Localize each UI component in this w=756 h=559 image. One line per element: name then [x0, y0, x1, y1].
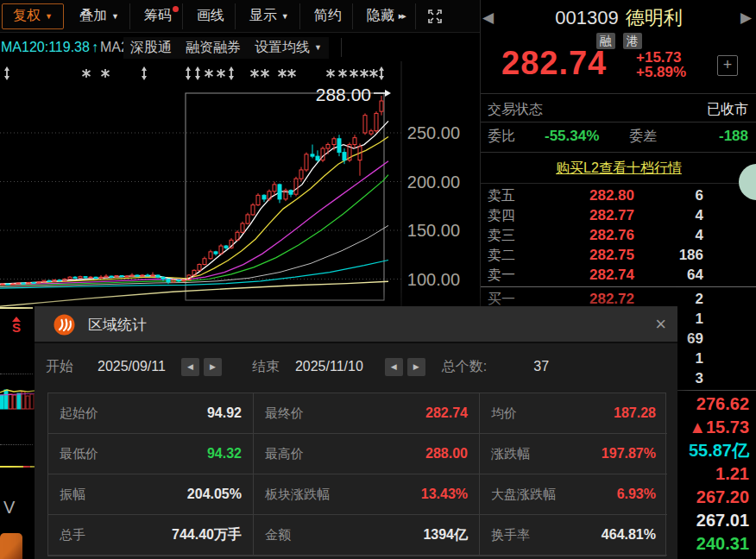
candle-body: [332, 139, 336, 145]
toolbar-button-4[interactable]: 画线: [186, 3, 236, 29]
candle-body: [241, 223, 244, 232]
start-date-next-button[interactable]: ▶: [204, 358, 222, 376]
close-icon[interactable]: ×: [655, 306, 666, 342]
weibi-value: -55.34%: [545, 122, 599, 150]
link-shenzhen-connect[interactable]: 深股通: [123, 37, 179, 59]
candle-body: [161, 277, 165, 279]
ask-row-3[interactable]: 卖三282.764: [481, 225, 756, 245]
volume-bar: [26, 396, 29, 409]
add-to-watchlist-button[interactable]: +: [717, 55, 738, 76]
commission-ratio-row: 委比 -55.34% 委差 -188: [481, 122, 756, 150]
ask-row-4[interactable]: 卖四282.774: [481, 205, 756, 225]
stat-cell: 均价187.28: [480, 393, 667, 434]
toolbar-button-7[interactable]: 隐藏▸▸: [356, 3, 416, 29]
event-arrow-icon[interactable]: [195, 76, 200, 80]
order-price: 282.80: [589, 185, 634, 205]
start-date-value: 2025/09/11: [98, 359, 166, 374]
stat-label: 最高价: [265, 446, 304, 462]
candle-body: [273, 185, 276, 192]
stat-label: 最终价: [265, 405, 304, 422]
candle-body: [73, 277, 77, 278]
event-arrow-icon[interactable]: [195, 66, 200, 71]
ma-settings-dropdown[interactable]: 设置均线 ▼: [248, 37, 329, 59]
ma-line-ma60: [0, 225, 388, 286]
toolbar-button-6[interactable]: 简约: [304, 3, 353, 29]
order-level-label: 卖二: [488, 245, 536, 265]
kline-chart-canvas[interactable]: 250.00200.00150.00100.00288.00: [0, 61, 480, 307]
notification-dot-icon: [173, 6, 179, 12]
toolbar-button-label: 隐藏: [367, 7, 394, 25]
toolbar-button-5[interactable]: 显示▼: [239, 3, 300, 29]
candle-body: [316, 156, 319, 160]
annotation-arrow-icon: [385, 90, 391, 97]
end-date-next-button[interactable]: ▶: [407, 358, 425, 376]
candle-body: [125, 276, 129, 277]
candle-body: [11, 284, 15, 285]
ma-line-ma10: [0, 137, 388, 285]
weibi-label: 委比: [488, 122, 515, 150]
order-volume: 4: [696, 205, 703, 225]
candle-body: [47, 280, 51, 281]
toolbar-button-3[interactable]: 筹码: [134, 3, 183, 29]
event-arrow-icon[interactable]: [4, 76, 9, 80]
event-arrow-icon[interactable]: [229, 76, 234, 80]
toolbar-button-1[interactable]: 复权▼: [2, 3, 64, 29]
event-arrow-icon[interactable]: [186, 76, 191, 80]
stat-value: 744.40万手: [172, 526, 242, 544]
stat-label: 大盘涨跌幅: [491, 487, 556, 503]
event-arrow-icon[interactable]: [142, 76, 147, 80]
event-arrow-icon[interactable]: [379, 76, 384, 80]
volume-bar: [9, 394, 12, 409]
event-arrow-icon[interactable]: [4, 66, 9, 71]
candle-body: [224, 246, 228, 248]
fullscreen-expand-icon[interactable]: [425, 6, 445, 27]
chevron-down-icon: ▼: [111, 12, 119, 21]
candle-body: [262, 195, 266, 199]
order-volume: 1: [696, 349, 703, 368]
ask-row-2[interactable]: 卖二282.75186: [481, 245, 756, 265]
stock-title: 001309德明利: [481, 5, 756, 31]
order-volume: 2: [696, 289, 703, 309]
statistics-table: 起始价94.92最终价282.74均价187.28最低价94.32最高价288.…: [47, 393, 666, 556]
region-statistics-dialog: 区域统计 × 开始 2025/09/11 ◀ ▶ 结束 2025/11/10 ◀…: [35, 306, 677, 559]
candle-body: [68, 277, 72, 279]
ask-row-1[interactable]: 卖一282.7464: [481, 265, 756, 285]
region-selection-rect[interactable]: [186, 93, 384, 300]
next-stock-button[interactable]: ▶: [740, 9, 752, 27]
stat-cell: 最终价282.74: [254, 393, 480, 434]
candle-body: [58, 280, 61, 281]
gridline: [0, 374, 33, 374]
event-arrow-icon[interactable]: [142, 66, 147, 71]
candle-body: [256, 195, 260, 204]
link-margin-trading[interactable]: 融资融券: [179, 37, 248, 59]
candle-body: [120, 276, 123, 277]
buy-l2-link[interactable]: 购买L2查看十档行情: [556, 160, 682, 175]
start-date-prev-button[interactable]: ◀: [181, 358, 199, 376]
stat-label: 均价: [491, 405, 517, 422]
count-value: 37: [533, 359, 549, 374]
order-price: 282.74: [589, 265, 634, 285]
order-price: 282.75: [589, 245, 634, 265]
stat-value: 197.87%: [602, 446, 656, 462]
stat-cell: 板块涨跌幅13.43%: [254, 474, 480, 515]
candle-body: [177, 280, 180, 281]
count-label: 总个数:: [442, 358, 487, 376]
candle-body: [337, 139, 341, 153]
stat-cell: 涨跌幅197.87%: [480, 434, 667, 474]
stat-label: 金额: [265, 527, 291, 543]
ma25-value: MA25: [100, 40, 123, 55]
event-arrow-icon[interactable]: [379, 66, 384, 71]
kline-chart[interactable]: 250.00200.00150.00100.00288.00: [0, 61, 480, 307]
chart-toolbar: 复权▼叠加▼筹码画线显示▼简约隐藏▸▸: [0, 0, 480, 33]
ma-indicator-bar: MA120:119.38 ↑ MA25 深股通 融资融券 设置均线 ▼: [0, 34, 480, 61]
end-date-prev-button[interactable]: ◀: [385, 358, 403, 376]
stat-cell: 振幅204.05%: [48, 474, 254, 515]
toolbar-button-2[interactable]: 叠加▼: [69, 3, 130, 29]
ask-row-5[interactable]: 卖五282.806: [481, 185, 756, 205]
event-arrow-icon[interactable]: [229, 66, 234, 71]
candle-body: [278, 185, 281, 199]
event-arrow-icon[interactable]: [186, 66, 191, 71]
stat-label: 换手率: [491, 527, 530, 543]
candle-body: [246, 215, 249, 223]
dialog-header[interactable]: 区域统计 ×: [35, 306, 677, 343]
